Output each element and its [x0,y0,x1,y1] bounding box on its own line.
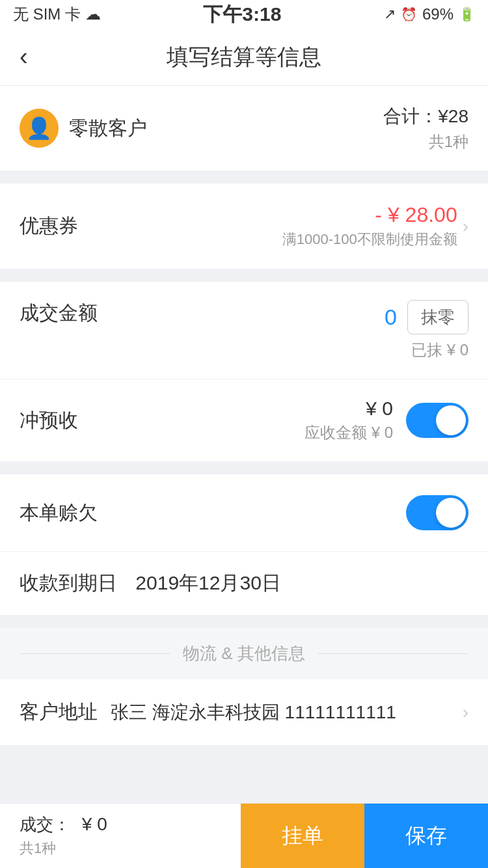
address-value: 张三 海淀永丰科技园 11111111111 [111,700,456,725]
round-zero-button[interactable]: 抹零 [407,300,468,334]
save-button[interactable]: 保存 [364,804,488,868]
coupon-detail: - ¥ 28.00 满1000-100不限制使用金额 [282,203,457,249]
customer-total: 合计：¥28 [383,104,468,129]
save-label: 保存 [405,822,447,850]
amount-label: 成交金额 [20,300,98,327]
coupon-amount: - ¥ 28.00 [282,203,457,227]
prepay-main-amount: ¥ 0 [305,398,393,420]
coupon-desc: 满1000-100不限制使用金额 [282,230,457,249]
coupon-right: - ¥ 28.00 满1000-100不限制使用金额 › [282,203,468,249]
customer-name: 零散客户 [69,115,147,142]
no-sim-label: 无 SIM 卡 ☁ [13,4,101,25]
prepay-row: 冲预收 ¥ 0 应收金额 ¥ 0 [0,379,488,461]
prepay-amounts: ¥ 0 应收金额 ¥ 0 [305,398,393,443]
prepay-sub-amount: 应收金额 ¥ 0 [305,422,393,443]
address-section[interactable]: 客户地址 张三 海淀永丰科技园 11111111111 › [0,679,488,745]
prepay-right: ¥ 0 应收金额 ¥ 0 [305,398,468,443]
footer: 成交： ¥ 0 共1种 挂单 保存 [0,803,488,868]
location-icon: ↗ [384,6,396,23]
customer-right: 合计：¥28 共1种 [383,104,468,152]
footer-deal-label: 成交： [20,815,70,834]
address-row[interactable]: 客户地址 张三 海淀永丰科技园 11111111111 › [0,679,488,745]
status-right: ↗ ⏰ 69% 🔋 [384,5,475,23]
status-bar: 无 SIM 卡 ☁ 下午3:18 ↗ ⏰ 69% 🔋 [0,0,488,29]
amount-right: 0 抹零 已抹 ¥ 0 [371,300,468,360]
due-date-label: 收款到期日 [20,572,117,593]
page-title: 填写结算等信息 [167,42,321,72]
back-button[interactable]: ‹ [20,43,28,71]
alarm-icon: ⏰ [401,7,417,22]
coupon-row[interactable]: 优惠券 - ¥ 28.00 满1000-100不限制使用金额 › [0,183,488,269]
customer-count: 共1种 [383,131,468,152]
address-chevron-icon: › [463,702,468,723]
nav-bar: ‹ 填写结算等信息 [0,29,488,86]
avatar-icon: 👤 [26,116,52,141]
chevron-right-icon: › [463,216,468,237]
debt-toggle[interactable] [406,495,468,530]
footer-deal-amount: ¥ 0 [82,814,107,834]
prepay-toggle[interactable] [406,403,468,438]
footer-count: 共1种 [20,839,221,858]
amount-row: 成交金额 0 抹零 已抹 ¥ 0 [0,282,488,379]
amount-input-wrap: 0 抹零 [371,300,468,334]
toggle-knob [436,405,466,435]
footer-deal-row: 成交： ¥ 0 [20,813,221,836]
coupon-label: 优惠券 [20,213,78,239]
footer-info: 成交： ¥ 0 共1种 [0,804,241,868]
hang-order-button[interactable]: 挂单 [241,804,364,868]
logistics-line-right [318,653,468,654]
logistics-line-left [20,653,170,654]
customer-section: 👤 零散客户 合计：¥28 共1种 [0,86,488,170]
logistics-label: 物流 & 其他信息 [183,642,305,665]
coupon-section[interactable]: 优惠券 - ¥ 28.00 满1000-100不限制使用金额 › [0,183,488,269]
logistics-header-section: 物流 & 其他信息 [0,628,488,679]
battery-label: 69% [422,5,454,23]
debt-toggle-knob [436,498,466,528]
due-date-row: 收款到期日 2019年12月30日 [0,551,488,615]
status-time: 下午3:18 [203,1,281,28]
already-zero-label: 已抹 ¥ 0 [411,340,468,360]
logistics-header: 物流 & 其他信息 [0,628,488,679]
hang-order-label: 挂单 [282,822,323,850]
amount-value[interactable]: 0 [371,305,397,330]
customer-left: 👤 零散客户 [20,109,147,148]
avatar: 👤 [20,109,59,148]
transaction-section: 成交金额 0 抹零 已抹 ¥ 0 冲预收 ¥ 0 应收金额 ¥ 0 [0,282,488,461]
due-date-value: 2019年12月30日 [135,572,280,593]
prepay-label: 冲预收 [20,407,78,434]
debt-section: 本单赊欠 收款到期日 2019年12月30日 [0,474,488,615]
status-left: 无 SIM 卡 ☁ [13,4,101,25]
battery-icon: 🔋 [459,7,475,22]
debt-row: 本单赊欠 [0,474,488,551]
debt-label: 本单赊欠 [20,500,98,526]
address-label: 客户地址 [20,699,98,726]
